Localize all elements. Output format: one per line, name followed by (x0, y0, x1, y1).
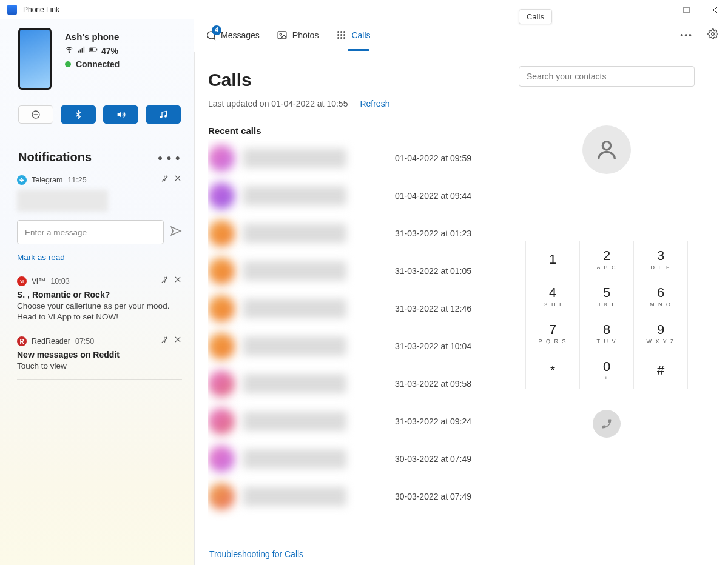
call-row[interactable]: 31-03-2022 at 10:04 (208, 327, 471, 365)
notification-item[interactable]: ✈ Telegram 11:25 Mark as read (17, 169, 182, 270)
svg-rect-7 (96, 49, 97, 51)
close-button[interactable] (700, 0, 728, 19)
call-timestamp: 30-03-2022 at 07:49 (395, 492, 471, 501)
call-avatar (208, 446, 235, 472)
call-contact-redacted (243, 186, 346, 206)
call-row[interactable]: 30-03-2022 at 07:49 (208, 440, 471, 478)
svg-rect-8 (90, 48, 93, 51)
messages-badge: 4 (212, 25, 221, 35)
call-avatar (208, 295, 235, 322)
last-updated: Last updated on 01-04-2022 at 10:55 (208, 99, 348, 109)
svg-rect-12 (278, 32, 286, 39)
svg-rect-3 (80, 49, 81, 52)
settings-button[interactable] (707, 28, 718, 42)
svg-point-13 (280, 33, 281, 35)
dial-keypad: 12A B C3D E F4G H I5J K L6M N O7P Q R S8… (525, 241, 688, 389)
notification-content-redacted (17, 190, 108, 212)
notifications-more-button[interactable]: ● ● ● (158, 153, 181, 162)
tab-messages[interactable]: 4 Messages (205, 19, 260, 51)
dial-key-number: 0 (603, 359, 610, 374)
svg-point-15 (602, 142, 610, 150)
dismiss-button[interactable] (174, 335, 182, 346)
dismiss-button[interactable] (174, 275, 182, 286)
wifi-icon (65, 45, 73, 56)
call-row[interactable]: 01-04-2022 at 09:59 (208, 139, 471, 177)
dial-key-3[interactable]: 3D E F (634, 241, 687, 278)
call-row[interactable]: 31-03-2022 at 01:23 (208, 215, 471, 252)
dial-key-1[interactable]: 1 (526, 241, 579, 278)
dial-call-button[interactable] (593, 410, 621, 438)
troubleshoot-link[interactable]: Troubleshooting for Calls (208, 543, 471, 561)
contacts-search-input[interactable] (519, 66, 695, 87)
svg-rect-2 (78, 51, 79, 53)
call-row[interactable]: 30-03-2022 at 07:49 (208, 478, 471, 515)
notifications-heading: Notifications (18, 150, 92, 164)
minimize-button[interactable] (644, 0, 672, 19)
dial-key-*[interactable]: * (526, 352, 579, 389)
notification-app-name: Vi™ (32, 277, 46, 286)
call-avatar (208, 258, 235, 284)
contact-avatar-placeholder (582, 125, 631, 174)
tab-photos[interactable]: Photos (277, 19, 319, 51)
call-row[interactable]: 31-03-2022 at 09:58 (208, 365, 471, 403)
call-row[interactable]: 31-03-2022 at 09:24 (208, 403, 471, 440)
refresh-link[interactable]: Refresh (360, 99, 389, 109)
calls-tooltip: Calls (519, 9, 552, 24)
call-contact-redacted (243, 261, 346, 281)
dial-key-5[interactable]: 5J K L (580, 278, 633, 315)
reply-input[interactable] (17, 220, 164, 244)
mark-as-read-link[interactable]: Mark as read (17, 253, 65, 262)
calls-heading: Calls (208, 70, 471, 90)
dial-key-letters: + (604, 375, 608, 381)
pin-button[interactable] (160, 335, 169, 346)
pin-button[interactable] (160, 174, 169, 184)
notification-body: Touch to view (17, 361, 182, 372)
dial-key-number: 6 (657, 286, 664, 300)
dial-key-4[interactable]: 4G H I (526, 278, 579, 315)
notification-item[interactable]: VI Vi™ 10:03 S. , Romantic or Rock? Choo… (17, 270, 182, 330)
dial-key-7[interactable]: 7P Q R S (526, 315, 579, 352)
send-reply-button[interactable] (170, 225, 182, 239)
call-timestamp: 31-03-2022 at 10:04 (395, 341, 471, 351)
call-row[interactable]: 31-03-2022 at 01:05 (208, 252, 471, 290)
notification-app-icon: R (17, 336, 27, 346)
call-avatar (208, 220, 235, 247)
call-row[interactable]: 31-03-2022 at 12:46 (208, 290, 471, 327)
dial-key-number: 2 (603, 249, 610, 263)
music-button[interactable] (146, 105, 181, 124)
dial-key-8[interactable]: 8T U V (580, 315, 633, 352)
connection-dot-icon (65, 61, 71, 67)
dismiss-button[interactable] (174, 174, 182, 184)
battery-icon (89, 45, 98, 56)
volume-button[interactable] (103, 105, 138, 124)
dial-key-#[interactable]: # (634, 352, 687, 389)
signal-icon (77, 45, 86, 56)
tab-messages-label: Messages (221, 30, 260, 40)
maximize-button[interactable] (672, 0, 700, 19)
photos-icon (277, 30, 288, 41)
notification-item[interactable]: R RedReader 07:50 New messages on Reddit… (17, 330, 182, 379)
bluetooth-button[interactable] (61, 105, 96, 124)
dial-key-2[interactable]: 2A B C (580, 241, 633, 278)
dial-key-6[interactable]: 6M N O (634, 278, 687, 315)
pin-button[interactable] (160, 275, 169, 286)
dial-key-9[interactable]: 9W X Y Z (634, 315, 687, 352)
call-timestamp: 01-04-2022 at 09:44 (395, 191, 471, 201)
call-row[interactable]: 01-04-2022 at 09:44 (208, 177, 471, 215)
dnd-button[interactable] (18, 105, 53, 124)
recent-calls-heading: Recent calls (208, 125, 471, 136)
battery-percent: 47% (101, 46, 118, 56)
sidebar: Ash's phone 47% Connected (0, 19, 194, 565)
dial-key-number: 7 (549, 323, 556, 337)
dial-key-letters: P Q R S (539, 338, 567, 344)
more-button[interactable]: ••• (680, 30, 693, 40)
connection-status: Connected (76, 59, 120, 69)
calls-pane: Calls Last updated on 01-04-2022 at 10:5… (194, 52, 485, 565)
call-contact-redacted (243, 224, 346, 243)
dial-key-letters: J K L (598, 301, 616, 307)
notification-title: S. , Romantic or Rock? (17, 290, 182, 299)
dial-key-0[interactable]: 0+ (580, 352, 633, 389)
call-timestamp: 30-03-2022 at 07:49 (395, 454, 471, 464)
dial-key-number: 8 (603, 323, 610, 337)
tab-calls[interactable]: Calls (335, 19, 370, 51)
